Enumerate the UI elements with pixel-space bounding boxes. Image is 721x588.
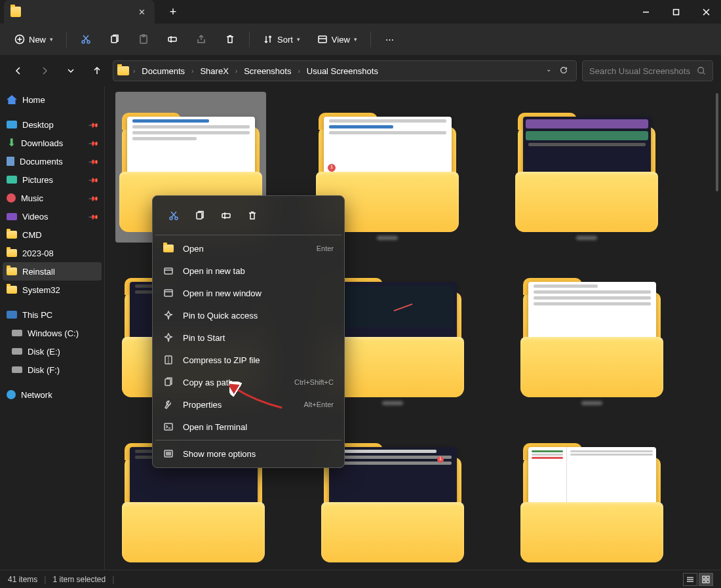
ctx-pin-start[interactable]: Pin to Start [155, 326, 341, 349]
ctx-open-tab[interactable]: Open in new tab [155, 260, 341, 282]
view-button[interactable]: View ▾ [311, 28, 364, 51]
context-menu: OpenEnter Open in new tab Open in new wi… [152, 195, 345, 468]
ctx-open[interactable]: OpenEnter [155, 237, 341, 260]
sidebar-pictures[interactable]: Pictures📌 [0, 170, 104, 189]
home-icon [7, 95, 17, 104]
svg-rect-29 [165, 290, 172, 296]
sidebar-documents[interactable]: Documents📌 [0, 152, 104, 170]
tab-active[interactable]: ✕ [4, 0, 155, 24]
breadcrumb-seg[interactable]: Documents [138, 66, 189, 76]
sidebar-cmd[interactable]: CMD [0, 225, 104, 244]
ctx-cut-button[interactable] [162, 204, 185, 227]
ctx-properties[interactable]: PropertiesAlt+Enter [155, 393, 341, 416]
forward-button[interactable] [34, 60, 55, 81]
sidebar-2023-08[interactable]: 2023-08 [0, 244, 104, 262]
pin-icon: 📌 [88, 138, 99, 148]
paste-button[interactable] [131, 28, 156, 51]
sidebar-desktop[interactable]: Desktop📌 [0, 115, 104, 134]
window-icon [163, 288, 174, 298]
sort-label: Sort [277, 35, 293, 45]
sidebar-downloads[interactable]: ⬇Downloads📌 [0, 134, 104, 152]
desktop-icon [7, 121, 17, 128]
pictures-icon [7, 176, 17, 184]
toolbar: New ▾ Sort ▾ View ▾ ⋯ [0, 24, 721, 55]
rename-button[interactable] [160, 28, 185, 51]
new-button[interactable]: New ▾ [8, 28, 60, 51]
svg-point-7 [82, 41, 85, 43]
svg-line-9 [84, 35, 88, 41]
path-icon [163, 377, 174, 387]
sidebar-network[interactable]: Network [0, 385, 104, 404]
share-button[interactable] [189, 28, 214, 51]
ctx-copy-button[interactable] [188, 204, 212, 227]
titlebar: ✕ + [0, 0, 721, 24]
ctx-terminal[interactable]: Open in Terminal [155, 416, 341, 438]
copy-button[interactable] [102, 28, 127, 51]
svg-rect-27 [165, 268, 172, 274]
sidebar-reinstall[interactable]: Reinstall [3, 262, 102, 281]
ctx-open-window[interactable]: Open in new window [155, 282, 341, 304]
search-placeholder: Search Usual Screenshots [589, 66, 692, 76]
navbar: › Documents › ShareX › Screenshots › Usu… [0, 55, 721, 87]
folder-icon [7, 286, 17, 294]
breadcrumb-seg[interactable]: Screenshots [240, 66, 295, 76]
svg-rect-33 [165, 379, 170, 385]
sidebar-system32[interactable]: System32 [0, 281, 104, 299]
more-button[interactable]: ⋯ [378, 28, 402, 51]
sidebar-thispc[interactable]: This PC [0, 305, 104, 324]
pin-icon [163, 332, 174, 343]
refresh-icon[interactable] [559, 66, 568, 77]
svg-point-20 [170, 217, 172, 220]
svg-line-22 [172, 212, 176, 217]
close-tab-icon[interactable]: ✕ [136, 7, 147, 17]
pin-icon [163, 310, 174, 321]
terminal-icon [163, 421, 174, 432]
svg-point-21 [175, 217, 178, 220]
sidebar-videos[interactable]: Videos📌 [0, 207, 104, 225]
documents-icon [7, 157, 14, 166]
up-button[interactable] [87, 60, 107, 81]
chevron-down-icon: ▾ [354, 36, 357, 43]
cut-button[interactable] [73, 28, 98, 51]
downloads-icon: ⬇ [7, 138, 16, 147]
chevron-down-icon[interactable]: ⌄ [546, 66, 551, 77]
new-tab-button[interactable]: + [163, 1, 184, 22]
breadcrumb[interactable]: › Documents › ShareX › Screenshots › Usu… [113, 60, 577, 81]
search-input[interactable]: Search Usual Screenshots [582, 60, 713, 81]
view-details-button[interactable] [683, 573, 697, 586]
ctx-delete-button[interactable] [241, 204, 264, 227]
svg-point-18 [698, 68, 704, 73]
folder-item[interactable] [516, 425, 667, 562]
maximize-button[interactable] [661, 0, 691, 24]
folder-icon [7, 249, 17, 257]
view-thumbnails-button[interactable] [699, 573, 713, 586]
ctx-pin-quick[interactable]: Pin to Quick access [155, 304, 341, 326]
chevron-down-icon: ▾ [50, 36, 53, 43]
svg-rect-11 [111, 36, 117, 43]
ctx-more[interactable]: Show more options [155, 442, 341, 465]
folder-label [377, 236, 398, 240]
sidebar-drive-e[interactable]: Disk (E:) [0, 342, 104, 361]
sidebar-drive-f[interactable]: Disk (F:) [0, 361, 104, 379]
svg-line-19 [703, 73, 705, 75]
back-button[interactable] [8, 60, 29, 81]
delete-button[interactable] [218, 28, 243, 51]
breadcrumb-seg[interactable]: Usual Screenshots [303, 66, 382, 76]
sidebar-home[interactable]: Home [0, 90, 104, 109]
folder-item[interactable] [516, 260, 667, 405]
minimize-button[interactable] [631, 0, 661, 24]
view-label: View [332, 35, 350, 45]
folder-item[interactable] [511, 94, 662, 240]
close-window-button[interactable] [691, 0, 721, 24]
scrollbar[interactable] [716, 93, 718, 191]
breadcrumb-seg[interactable]: ShareX [196, 66, 232, 76]
chevron-down-icon: ▾ [297, 36, 300, 43]
ctx-compress[interactable]: Compress to ZIP file [155, 349, 341, 371]
sort-button[interactable]: Sort ▾ [256, 28, 307, 51]
tab-icon [163, 265, 174, 276]
ctx-rename-button[interactable] [214, 204, 238, 227]
ctx-copy-path[interactable]: Copy as pathCtrl+Shift+C [155, 371, 341, 393]
sidebar-drive-c[interactable]: Windows (C:) [0, 324, 104, 342]
sidebar-music[interactable]: Music📌 [0, 189, 104, 207]
recent-button[interactable] [60, 60, 81, 81]
